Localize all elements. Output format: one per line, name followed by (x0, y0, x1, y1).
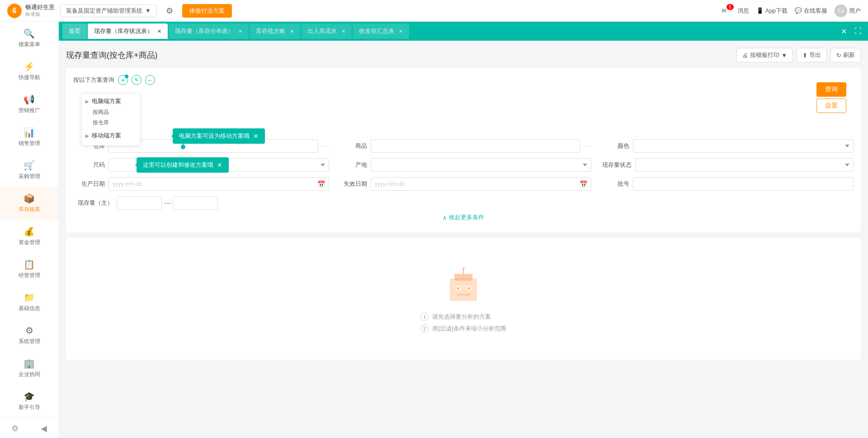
plan-desktop-children: 按商品 按仓库 (82, 107, 140, 128)
basic-info-icon: 📁 (24, 292, 35, 303)
online-service-button[interactable]: 💬 在线客服 (795, 7, 827, 15)
sidebar-item-sales[interactable]: 📊 销售管理 (0, 121, 58, 154)
tab-home-label: 首页 (69, 27, 80, 35)
tab-close-all-button[interactable]: ✕ (837, 25, 850, 38)
enterprise-icon: 🏢 (24, 358, 35, 369)
sidebar-item-system[interactable]: ⚙ 系统管理 (0, 319, 58, 352)
stock-status-label: 现存量状态 (602, 161, 632, 169)
purchase-icon: 🛒 (24, 160, 35, 171)
stock-qty-range: — (117, 196, 218, 210)
sidebar-item-inventory[interactable]: 📦 库存核算 (0, 187, 58, 220)
sidebar-item-purchase[interactable]: 🛒 采购管理 (0, 154, 58, 187)
plan-mobile-arrow: ▶ (85, 133, 89, 138)
print-template-button[interactable]: 🖨 按模板打印 ▼ (736, 48, 793, 62)
stock-qty-min-input[interactable] (117, 196, 162, 210)
step-1-num: 1 (420, 313, 429, 321)
sidebar-label-marketing: 营销推广 (19, 107, 40, 114)
sidebar-item-marketing[interactable]: 📢 营销推广 (0, 88, 58, 121)
export-button[interactable]: ⬆ 导出 (797, 48, 827, 62)
sidebar-settings-button[interactable]: ⚙ (6, 418, 24, 438)
sidebar-collapse-button[interactable]: ◀ (35, 418, 52, 438)
tab-in-out-flow-close[interactable]: ✕ (341, 28, 345, 34)
sidebar-item-operations[interactable]: 📋 经营管理 (0, 253, 58, 286)
tab-inventory-dist[interactable]: 现存量（库存分布表） ✕ (169, 24, 249, 39)
refresh-icon: ↻ (836, 52, 841, 59)
tab-inventory-status-close[interactable]: ✕ (157, 28, 161, 34)
stock-status-select[interactable] (635, 158, 854, 172)
sidebar-item-search-menu[interactable]: 🔍 搜索菜单 (0, 22, 58, 55)
plan-section-mobile: ▶ 移动端方案 (82, 130, 140, 141)
goods-dots[interactable]: ⋯ (584, 142, 591, 151)
sidebar-label-sales: 销售管理 (19, 140, 40, 147)
step-2-text: 用[过滤]条件来缩小分析范围 (432, 325, 506, 333)
sidebar-item-guide[interactable]: 🎓 新手引导 (0, 385, 58, 418)
sidebar-label-enterprise: 企业协同 (19, 371, 40, 378)
tab-inventory-dist-label: 现存量（库存分布表） (175, 27, 234, 35)
tab-home[interactable]: 首页 (62, 24, 87, 39)
goods-input[interactable] (371, 139, 580, 153)
tab-collect-summary[interactable]: 收发存汇总表 ✕ (353, 24, 409, 39)
origin-field: 产地 (340, 158, 591, 172)
stock-qty-field: 现存量（主） — (78, 196, 218, 210)
page-title: 现存量查询(按仓库+商品) (66, 50, 158, 61)
tab-in-out-flow[interactable]: 出入库流水 ✕ (301, 24, 352, 39)
batch-input[interactable] (633, 177, 854, 191)
origin-select[interactable] (371, 158, 591, 172)
user-area[interactable]: Ea 用户 (835, 5, 861, 17)
goods-field: 商品 ⋯ (340, 139, 591, 153)
tab-batch-ledger[interactable]: 库存批次账 ✕ (250, 24, 300, 39)
industry-button[interactable]: 体验行业方案 (182, 4, 232, 18)
tab-inventory-status[interactable]: 现存量（库存状况表） ✕ (88, 24, 168, 39)
reset-button[interactable]: 设置 (816, 99, 846, 113)
tab-fullscreen-button[interactable]: ⛶ (852, 25, 864, 38)
system-selector[interactable]: 装备及固定资产辅助管理系统 ▼ (60, 5, 157, 17)
brand-name: 畅通好生意 (25, 4, 55, 11)
filter-back-button[interactable]: ← (145, 75, 155, 85)
color-select[interactable] (633, 139, 854, 153)
stock-status-field: 现存量状态 (602, 158, 854, 172)
plan-child-by-goods[interactable]: 按商品 (89, 107, 140, 118)
sidebar-item-finance[interactable]: 💰 资金管理 (0, 220, 58, 253)
production-date-label: 生产日期 (78, 180, 105, 188)
tooltip-popup-1: 电脑方案可设为移动方案哦 ✕ (173, 128, 265, 144)
sidebar-item-basic-info[interactable]: 📁 基础信息 (0, 286, 58, 319)
svg-point-8 (462, 267, 465, 270)
tab-collect-summary-close[interactable]: ✕ (399, 28, 403, 34)
print-label: 按模板打印 (750, 51, 779, 59)
expiry-date-input[interactable]: yyyy-mm-dd 📅 (371, 177, 591, 191)
operations-icon: 📋 (24, 259, 35, 270)
filter-add-button[interactable]: + (118, 75, 128, 85)
plan-section-desktop-header[interactable]: ▶ 电脑端方案 (82, 95, 140, 107)
tooltip-2-close[interactable]: ✕ (217, 161, 222, 169)
search-button[interactable]: 查询 (816, 82, 846, 97)
tooltip-popup-2: 这里可以创建和修改方案哦 ✕ (137, 157, 229, 173)
expiry-date-field: 失效日期 yyyy-mm-dd 📅 (340, 177, 591, 191)
header-left: 6 畅通好生意 标准版 装备及固定资产辅助管理系统 ▼ ⚙ 体验行业方案 (7, 4, 232, 18)
filter-edit-button[interactable]: ✎ (132, 75, 142, 85)
expiry-date-placeholder: yyyy-mm-dd (375, 181, 404, 187)
sidebar-label-purchase: 采购管理 (19, 173, 40, 180)
collapse-bar[interactable]: ∧ 收起更多条件 (73, 210, 854, 225)
refresh-button[interactable]: ↻ 刷新 (830, 48, 861, 62)
warehouse-dots[interactable]: ⋯ (322, 142, 329, 151)
empty-step-1: 1 请先选择要分析的方案 (420, 313, 506, 321)
gear-button[interactable]: ⚙ (162, 4, 177, 18)
step-2-num: 2 (420, 325, 429, 333)
message-button[interactable]: ✉ 6 消息 (722, 7, 749, 15)
sidebar-item-enterprise[interactable]: 🏢 企业协同 (0, 352, 58, 385)
system-icon: ⚙ (25, 325, 33, 336)
connector-dot-bottom (181, 145, 185, 149)
tooltip-1-close[interactable]: ✕ (253, 132, 259, 140)
empty-step-2: 2 用[过滤]条件来缩小分析范围 (420, 325, 506, 333)
stock-qty-max-input[interactable] (173, 196, 218, 210)
tab-batch-ledger-close[interactable]: ✕ (290, 28, 294, 34)
sidebar-label-basic: 基础信息 (19, 305, 40, 312)
app-download-button[interactable]: 📱 App下载 (756, 7, 788, 15)
sidebar-item-quick-nav[interactable]: ⚡ 快捷导航 (0, 55, 58, 88)
tab-inventory-dist-close[interactable]: ✕ (238, 28, 242, 34)
plan-section-mobile-header[interactable]: ▶ 移动端方案 (82, 130, 140, 141)
plan-child-by-warehouse[interactable]: 按仓库 (89, 118, 140, 128)
production-date-input[interactable]: yyyy-mm-dd 📅 (108, 177, 329, 191)
system-name-label: 装备及固定资产辅助管理系统 (66, 7, 142, 15)
marketing-icon: 📢 (24, 94, 35, 105)
